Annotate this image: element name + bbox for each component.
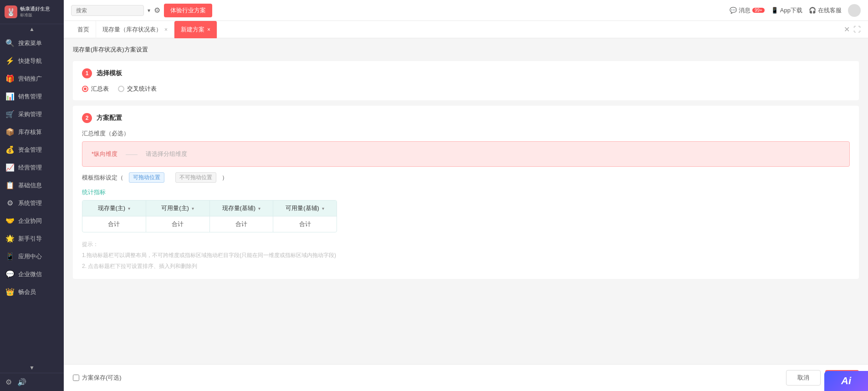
avatar[interactable] (848, 4, 861, 17)
tip-1: 1.拖动标题栏可以调整布局，不可跨维度或指标区域拖动栏目字段(只能在同一维度或指… (82, 250, 850, 261)
tab-home[interactable]: 首页 (71, 21, 96, 38)
col-dropdown-1[interactable]: ▾ (192, 206, 194, 211)
col-header-2[interactable]: 现存量(基辅) ▾ (210, 201, 274, 216)
app-download-btn[interactable]: 📱 App下载 (771, 6, 802, 15)
movable-tag: 可拖动位置 (129, 172, 164, 183)
radio-summary-table[interactable]: 汇总表 (82, 85, 109, 93)
sidebar-item-purchase[interactable]: 🛒 采购管理 (0, 105, 64, 123)
step2-card: 2 方案配置 汇总维度（必选） *纵向维度 —— 请选择分组维度 模板指标设定（… (73, 106, 859, 279)
tab-inventory-status[interactable]: 现存量（库存状况表） × (96, 21, 174, 38)
sidebar-item-marketing[interactable]: 🎁 营销推广 (0, 70, 64, 87)
member-icon: 👑 (5, 288, 15, 296)
topbar-search-input[interactable] (71, 5, 144, 16)
step1-text: 选择模板 (97, 69, 122, 77)
topbar-dropdown-icon[interactable]: ▾ (148, 7, 150, 14)
sidebar-item-finance[interactable]: 💰 资金管理 (0, 141, 64, 159)
footer-bar: 方案保存(可选) 取消 查询 (64, 364, 868, 391)
col-header-0[interactable]: 现存量(主) ▾ (82, 201, 146, 216)
radio-summary-label: 汇总表 (91, 85, 109, 93)
tip-2: 2. 点击标题栏下拉可设置排序、插入列和删除列 (82, 261, 850, 272)
col-dropdown-2[interactable]: ▾ (258, 206, 260, 211)
sidebar-item-label: 畅会员 (18, 288, 36, 296)
ai-label: Ai (841, 375, 851, 387)
page-title: 现存量(库存状况表)方案设置 (73, 46, 859, 54)
sidebar-item-label: 资金管理 (18, 146, 42, 154)
sidebar-item-inventory[interactable]: 📦 库存核算 (0, 123, 64, 141)
system-icon: ⚙ (5, 199, 15, 207)
sidebar-scroll-up[interactable]: ▲ (0, 24, 64, 34)
logo-icon: 🐰 (5, 5, 17, 18)
radio-cross-dot (118, 86, 124, 92)
expand-panel-icon[interactable]: ⛶ (853, 26, 861, 34)
tip-label: 提示： (82, 239, 850, 250)
app-download-label: App下载 (780, 6, 802, 15)
tab-inventory-close-icon[interactable]: × (164, 26, 168, 33)
radio-cross-table[interactable]: 交叉统计表 (118, 85, 157, 93)
col-dropdown-0[interactable]: ▾ (128, 206, 130, 211)
tab-inventory-label: 现存量（库存状况表） (102, 26, 162, 34)
search-icon: 🔍 (5, 39, 15, 47)
volume-icon[interactable]: 🔊 (17, 378, 26, 386)
app-edition: 标准版 (20, 12, 50, 18)
messages-btn[interactable]: 💬 消息 99+ (730, 6, 765, 15)
sidebar-item-label: 基础信息 (18, 181, 42, 190)
cell-1: 合计 (146, 216, 210, 232)
sidebar-item-operation[interactable]: 📈 经营管理 (0, 159, 64, 176)
sidebar-item-label: 经营管理 (18, 164, 42, 172)
fixed-tag: 不可拖动位置 (175, 172, 216, 183)
sidebar-item-label: 企业协同 (18, 217, 42, 225)
sidebar-item-cooperation[interactable]: 🤝 企业协同 (0, 212, 64, 230)
cooperation-icon: 🤝 (5, 216, 15, 225)
summary-dimension-label: 汇总维度（必选） (82, 129, 850, 138)
sidebar-item-label: 营销推广 (18, 75, 42, 83)
message-icon: 💬 (730, 7, 737, 14)
sidebar-item-label: 库存核算 (18, 128, 42, 136)
col-dropdown-3[interactable]: ▾ (322, 206, 324, 211)
headset-icon: 🎧 (809, 7, 816, 14)
sidebar-item-wechat[interactable]: 💬 企业微信 (0, 265, 64, 283)
save-checkbox[interactable] (73, 375, 79, 381)
tab-new-plan-close-icon[interactable]: × (207, 26, 210, 33)
settings-bottom-icon[interactable]: ⚙ (5, 378, 12, 386)
sidebar-item-quick-nav[interactable]: ⚡ 快捷导航 (0, 52, 64, 70)
sidebar-item-label: 销售管理 (18, 93, 42, 101)
sidebar-item-system[interactable]: ⚙ 系统管理 (0, 194, 64, 212)
vertical-dimension-box[interactable]: *纵向维度 —— 请选择分组维度 (82, 141, 850, 167)
indicator-label: 模板指标设定（ (82, 174, 123, 182)
save-option-label: 方案保存(可选) (82, 374, 122, 382)
content-area: 现存量(库存状况表)方案设置 1 选择模板 汇总表 交叉统计表 2 (64, 38, 868, 364)
step1-label: 1 选择模板 (82, 68, 850, 78)
col-header-1[interactable]: 可用量(主) ▾ (146, 201, 210, 216)
ai-badge[interactable]: Ai (824, 371, 868, 391)
sidebar-item-apps[interactable]: 📱 应用中心 (0, 247, 64, 265)
vertical-dimension-dash: —— (126, 151, 138, 158)
tab-new-plan[interactable]: 新建方案 × (174, 21, 217, 38)
sidebar-item-sales[interactable]: 📊 销售管理 (0, 87, 64, 105)
sidebar-item-base-info[interactable]: 📋 基础信息 (0, 176, 64, 194)
sidebar-item-newbie[interactable]: 🌟 新手引导 (0, 230, 64, 247)
sidebar-item-search[interactable]: 🔍 搜索菜单 (0, 34, 64, 52)
messages-label: 消息 (739, 6, 751, 15)
topbar-settings-icon[interactable]: ⚙ (154, 6, 160, 15)
close-panel-icon[interactable]: ✕ (844, 25, 850, 34)
sidebar-item-label: 采购管理 (18, 110, 42, 118)
marketing-icon: 🎁 (5, 74, 15, 83)
cell-2: 合计 (210, 216, 274, 232)
base-info-icon: 📋 (5, 181, 15, 190)
cancel-button[interactable]: 取消 (786, 370, 821, 386)
sidebar-search-label: 搜索菜单 (18, 39, 42, 47)
col-label-2: 现存量(基辅) (222, 204, 256, 212)
col-header-3[interactable]: 可用量(基辅) ▾ (273, 201, 337, 216)
app-name: 畅康通好生意 (20, 5, 50, 12)
sidebar-item-member[interactable]: 👑 畅会员 (0, 283, 64, 301)
sidebar-logo: 🐰 畅康通好生意 标准版 (0, 0, 64, 24)
sidebar-item-label: 新手引导 (18, 235, 42, 243)
operation-icon: 📈 (5, 163, 15, 172)
sidebar-scroll-down[interactable]: ▼ (0, 363, 64, 373)
online-service-btn[interactable]: 🎧 在线客服 (809, 6, 842, 15)
panel-controls: ✕ ⛶ (844, 25, 861, 34)
trial-btn[interactable]: 体验行业方案 (164, 4, 212, 17)
finance-icon: 💰 (5, 145, 15, 154)
sidebar-item-label: 系统管理 (18, 199, 42, 207)
col-label-0: 现存量(主) (98, 204, 126, 212)
